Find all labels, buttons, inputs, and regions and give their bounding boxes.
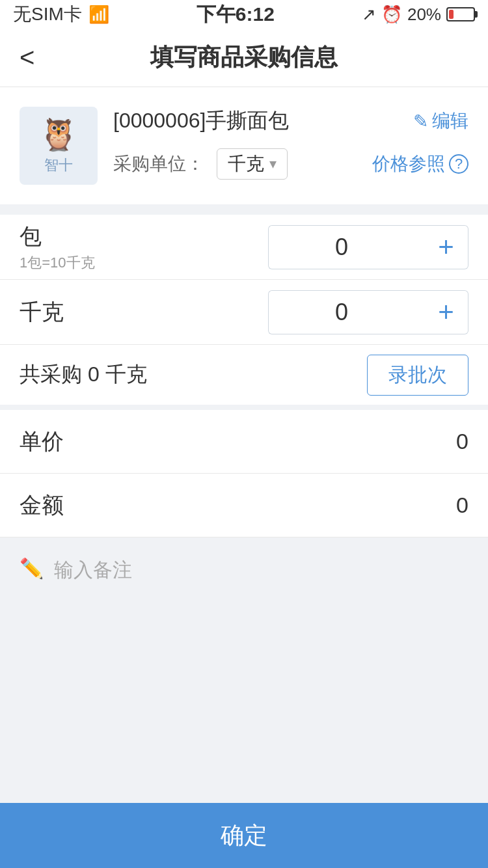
kilogram-plus-button[interactable]: + <box>424 290 468 334</box>
unit-value: 千克 <box>228 152 264 176</box>
product-name-row: [0000006]手撕面包 ✎ 编辑 <box>113 107 468 135</box>
summary-prefix: 共采购 <box>20 362 82 386</box>
price-ref-button[interactable]: 价格参照 ? <box>372 152 468 176</box>
summary-space <box>100 362 105 386</box>
package-input[interactable] <box>268 225 424 269</box>
back-button[interactable]: < <box>20 43 34 72</box>
summary-row: 共采购 0 千克 录批次 <box>0 345 488 410</box>
price-row: 单价 0 <box>0 410 488 474</box>
unit-label: 采购单位： <box>113 154 204 174</box>
nav-bar: < 填写商品采购信息 <box>0 29 488 87</box>
kilogram-input-group: + <box>268 290 468 334</box>
pencil-icon: ✏️ <box>20 557 44 580</box>
package-plus-button[interactable]: + <box>424 225 468 269</box>
price-label: 单价 <box>20 427 64 457</box>
summary-text: 共采购 0 千克 <box>20 360 147 389</box>
edit-label: 编辑 <box>432 109 468 133</box>
confirm-button[interactable]: 确定 <box>0 803 488 868</box>
product-info: [0000006]手撕面包 ✎ 编辑 采购单位： 千克 ▾ 价格参照 ? <box>113 107 468 180</box>
status-left: 无SIM卡 📶 <box>13 2 109 27</box>
kilogram-input[interactable] <box>268 290 424 334</box>
notes-placeholder: 输入备注 <box>54 557 132 584</box>
battery-percent: 20% <box>407 5 441 25</box>
product-unit-row: 采购单位： 千克 ▾ 价格参照 ? <box>113 148 468 180</box>
package-input-group: + <box>268 225 468 269</box>
dropdown-arrow-icon: ▾ <box>269 156 277 172</box>
product-image: 🦉 智十 <box>20 107 98 185</box>
unit-selector[interactable]: 千克 ▾ <box>217 148 288 180</box>
page-content: 🦉 智十 [0000006]手撕面包 ✎ 编辑 采购单位： 千克 ▾ <box>0 87 488 733</box>
price-ref-help-icon: ? <box>449 154 468 174</box>
edit-button[interactable]: ✎ 编辑 <box>413 109 468 133</box>
kilogram-row: 千克 + <box>0 280 488 345</box>
unit-section: 采购单位： 千克 ▾ <box>113 148 288 180</box>
kilogram-label: 千克 <box>20 297 64 327</box>
alarm-icon: ⏰ <box>381 5 402 25</box>
package-row: 包 1包=10千克 + <box>0 215 488 280</box>
kilogram-label-group: 千克 <box>20 297 64 327</box>
page-title: 填写商品采购信息 <box>150 42 338 74</box>
battery-fill <box>449 10 454 19</box>
notes-area[interactable]: ✏️ 输入备注 <box>0 537 488 668</box>
edit-icon: ✎ <box>413 111 428 132</box>
product-image-icon: 🦉 <box>39 116 78 153</box>
batch-button[interactable]: 录批次 <box>367 355 468 396</box>
product-name: [0000006]手撕面包 <box>113 107 289 135</box>
amount-label: 金额 <box>20 491 64 521</box>
package-label-group: 包 1包=10千克 <box>20 222 95 273</box>
wifi-icon: 📶 <box>88 5 109 25</box>
divider-1 <box>0 210 488 215</box>
status-right: ↗ ⏰ 20% <box>362 5 475 25</box>
product-image-label: 智十 <box>44 156 73 175</box>
confirm-button-label: 确定 <box>221 820 267 852</box>
package-label: 包 <box>20 222 95 252</box>
package-sub-label: 1包=10千克 <box>20 253 95 273</box>
price-ref-label: 价格参照 <box>372 152 445 176</box>
amount-value: 0 <box>456 493 468 518</box>
summary-suffix: 千克 <box>105 362 147 386</box>
battery-icon <box>446 7 475 21</box>
status-bar: 无SIM卡 📶 下午6:12 ↗ ⏰ 20% <box>0 0 488 29</box>
summary-amount-val: 0 <box>88 362 100 386</box>
status-time: 下午6:12 <box>197 1 275 28</box>
amount-row: 金额 0 <box>0 474 488 537</box>
product-card: 🦉 智十 [0000006]手撕面包 ✎ 编辑 采购单位： 千克 ▾ <box>0 87 488 210</box>
price-value: 0 <box>456 429 468 454</box>
carrier-text: 无SIM卡 <box>13 2 82 27</box>
location-icon: ↗ <box>362 5 376 25</box>
